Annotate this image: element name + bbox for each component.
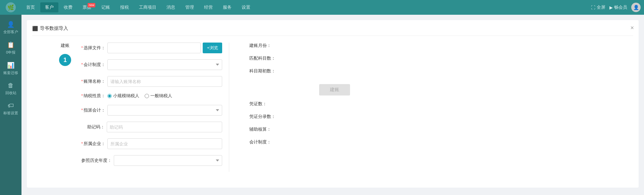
- sidebar: 👤 全部客户 📋 0申报 📊 账套迁移 🗑 回收站 🏷 标签设置: [0, 15, 21, 195]
- step-label: 建账: [61, 43, 69, 49]
- step-badge: 1: [59, 54, 71, 66]
- company-label: *所属企业：: [81, 141, 105, 147]
- top-nav: 🌿 首页 客户 收费 票据 new 记账 报税 工商项目 消息 管理 经营 服务…: [0, 0, 644, 15]
- panel-title-icon: ⬛: [32, 26, 38, 31]
- voucher-records-row: 凭证分录数：: [249, 114, 370, 120]
- file-text-input[interactable]: [107, 43, 201, 53]
- page-panel: ⬛ 导爷数据导入 × 建账 1 *选择文件：: [27, 20, 639, 188]
- radio-small-label: 小规模纳税人: [113, 93, 139, 99]
- main-content: ⬛ 导爷数据导入 × 建账 1 *选择文件：: [21, 15, 644, 195]
- form-area: 建账 1 *选择文件： +浏览: [32, 43, 633, 172]
- tax-type-row: *纳税性质： 小规模纳税人 一般纳税人: [81, 93, 222, 99]
- sidebar-label-all-clients: 全部客户: [3, 29, 18, 35]
- select-file-label: *选择文件：: [81, 45, 105, 51]
- sidebar-item-all-clients[interactable]: 👤 全部客户: [1, 18, 21, 37]
- nav-customer[interactable]: 客户: [40, 2, 58, 12]
- panel-title-text: 导爷数据导入: [40, 25, 68, 31]
- radio-general-label: 一般纳税人: [150, 93, 172, 99]
- sidebar-item-declare[interactable]: 📋 0申报: [1, 39, 21, 58]
- aux-calc-label: 辅助核算：: [249, 126, 276, 132]
- migrate-icon: 📊: [7, 62, 14, 69]
- nav-message[interactable]: 消息: [162, 2, 180, 12]
- logo-icon: 🌿: [6, 2, 16, 12]
- aux-calc-row: 辅助核算：: [249, 126, 370, 132]
- main-layout: 👤 全部客户 📋 0申报 📊 账套迁移 🗑 回收站 🏷 标签设置 ⬛ 导爷数据导…: [0, 15, 644, 195]
- radio-general-taxpayer[interactable]: 一般纳税人: [145, 93, 172, 99]
- tax-type-label: *纳税性质：: [81, 93, 105, 99]
- new-badge: new: [88, 3, 95, 7]
- vertical-divider: [229, 43, 229, 172]
- app-logo: 🌿: [3, 0, 18, 15]
- memo-code-input[interactable]: [107, 122, 222, 132]
- nav-tax[interactable]: 报税: [115, 2, 134, 12]
- voucher-count-row: 凭证数：: [249, 101, 370, 107]
- build-month-row: 建账月份：: [249, 43, 370, 49]
- sidebar-label-migrate: 账套迁移: [3, 70, 18, 75]
- sidebar-label-declare: 0申报: [6, 50, 15, 55]
- sidebar-label-recycle: 回收站: [5, 90, 16, 95]
- all-clients-icon: 👤: [7, 21, 14, 28]
- radio-general-input[interactable]: [145, 94, 149, 98]
- nav-home[interactable]: 首页: [21, 2, 40, 12]
- form-right: 建账月份： 匹配科目数： 科目期初数： 建账 凭证数： 凭证: [236, 43, 370, 172]
- radio-small-input[interactable]: [107, 94, 112, 98]
- close-button[interactable]: ×: [630, 25, 634, 31]
- accounting-system-select[interactable]: [107, 59, 222, 70]
- build-button[interactable]: 建账: [319, 84, 350, 95]
- accountant-select[interactable]: [107, 105, 222, 116]
- select-file-row: *选择文件： +浏览: [81, 43, 222, 53]
- ledger-name-label: *账簿名称：: [81, 78, 105, 84]
- tax-type-radio-group: 小规模纳税人 一般纳税人: [107, 93, 172, 99]
- avatar[interactable]: 👤: [631, 3, 641, 12]
- declare-icon: 📋: [7, 41, 14, 49]
- history-year-select[interactable]: [114, 155, 222, 166]
- browse-button[interactable]: +浏览: [203, 43, 222, 53]
- recycle-icon: 🗑: [8, 82, 14, 89]
- file-input-wrapper: +浏览: [107, 43, 222, 53]
- fullscreen-icon: ⛶: [591, 5, 595, 10]
- sidebar-item-migrate[interactable]: 📊 账套迁移: [1, 59, 21, 78]
- nav-manage[interactable]: 管理: [181, 2, 199, 12]
- member-button[interactable]: ▶ 畅会员: [609, 4, 627, 10]
- memo-code-row: 助记码：: [81, 122, 222, 132]
- nav-operation[interactable]: 经营: [199, 2, 217, 12]
- nav-bookkeeping[interactable]: 记账: [97, 2, 115, 12]
- tags-icon: 🏷: [8, 102, 14, 109]
- member-label: 畅会员: [614, 4, 627, 10]
- form-center: *选择文件： +浏览 *会计制度：: [81, 43, 222, 172]
- nav-business[interactable]: 工商项目: [134, 2, 161, 12]
- company-row: *所属企业：: [81, 138, 222, 149]
- match-subjects-row: 匹配科目数：: [249, 55, 370, 61]
- sidebar-item-tags[interactable]: 🏷 标签设置: [1, 100, 21, 118]
- account-system-label: 会计制度：: [249, 139, 276, 145]
- sidebar-label-tags: 标签设置: [3, 111, 18, 116]
- ledger-name-input[interactable]: [107, 76, 222, 87]
- radio-small-taxpayer[interactable]: 小规模纳税人: [107, 93, 139, 99]
- nav-right: ⛶ 全屏 ▶ 畅会员 👤: [591, 3, 641, 12]
- panel-title: ⬛ 导爷数据导入: [32, 25, 633, 36]
- voucher-records-label: 凭证分录数：: [249, 114, 276, 120]
- company-input[interactable]: [107, 138, 222, 149]
- init-balance-row: 科目期初数：: [249, 68, 370, 74]
- fullscreen-button[interactable]: ⛶ 全屏: [591, 4, 605, 10]
- sidebar-item-recycle[interactable]: 🗑 回收站: [1, 79, 21, 98]
- init-balance-label: 科目期初数：: [249, 68, 276, 74]
- fullscreen-label: 全屏: [597, 4, 605, 10]
- account-system-row: 会计制度：: [249, 139, 370, 145]
- nav-charge[interactable]: 收费: [59, 2, 77, 12]
- nav-items: 首页 客户 收费 票据 new 记账 报税 工商项目 消息 管理 经营 服务 设…: [21, 2, 591, 12]
- memo-code-label: 助记码：: [81, 124, 105, 130]
- accounting-system-row: *会计制度：: [81, 59, 222, 70]
- voucher-count-label: 凭证数：: [249, 101, 276, 107]
- nav-service[interactable]: 服务: [218, 2, 236, 12]
- accounting-system-label: *会计制度：: [81, 62, 105, 68]
- history-year-label: 参照历史年度：: [81, 157, 112, 164]
- form-step: 建账 1: [32, 43, 81, 172]
- history-year-row: 参照历史年度：: [81, 155, 222, 166]
- nav-ticket[interactable]: 票据 new: [78, 2, 96, 12]
- accountant-label: *指派会计：: [81, 107, 105, 113]
- match-subjects-label: 匹配科目数：: [249, 55, 276, 61]
- build-month-label: 建账月份：: [249, 43, 276, 49]
- ledger-name-row: *账簿名称：: [81, 76, 222, 87]
- nav-settings[interactable]: 设置: [237, 2, 255, 12]
